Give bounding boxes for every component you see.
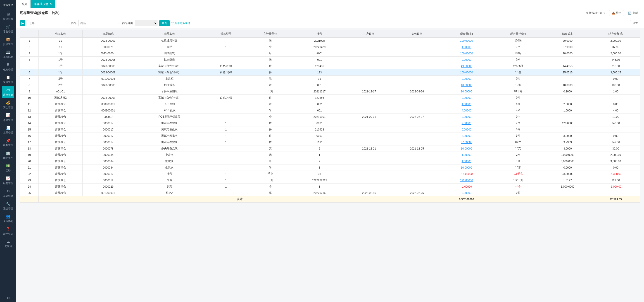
qty-link[interactable]: 4.00000: [462, 103, 472, 106]
qty-link[interactable]: 0.00000: [462, 96, 472, 99]
sidebar-search[interactable]: 搜索菜单: [0, 2, 16, 9]
sidebar-item-ops[interactable]: 📈经营管理: [2, 174, 14, 187]
sidebar-label-tax: 税务管理: [3, 144, 13, 146]
cell-9[interactable]: 0.00000: [441, 76, 492, 82]
table-row: 15蔷薇粮仓0000017测试电卷批次1件2104230.000000件: [20, 126, 640, 133]
product-filter[interactable]: [78, 20, 116, 26]
sidebar-item-purchase[interactable]: 📋采购管理: [2, 73, 14, 86]
table-row: 2110000029旗距1个202204291.000001个37.950037…: [20, 44, 640, 50]
qty-link[interactable]: 122.00000: [460, 179, 473, 182]
cell-9[interactable]: -16.00000: [441, 171, 492, 177]
sidebar-item-ecom[interactable]: 🖥电商管理: [2, 61, 14, 73]
qty-link[interactable]: 87.00000: [461, 141, 472, 144]
cell-12: 847.06: [591, 139, 640, 145]
qty-link[interactable]: 0.00000: [462, 77, 472, 80]
qty-link[interactable]: 10.00000: [461, 90, 472, 93]
qty-link[interactable]: -1.00000: [461, 185, 472, 188]
sidebar-item-invoice[interactable]: 🧾发票管理: [2, 124, 14, 136]
cell-7: [345, 57, 393, 63]
expand-conditions-button[interactable]: ▽ 展开更多条件: [172, 21, 190, 25]
sidebar-item-retail[interactable]: 🛒零售管理: [2, 23, 14, 35]
qty-link[interactable]: 0.00000: [462, 58, 472, 61]
qty-link[interactable]: -16.00000: [460, 172, 472, 176]
qty-link[interactable]: 0.00000: [462, 191, 472, 195]
cell-0: 22: [20, 171, 39, 177]
category-filter[interactable]: [135, 20, 158, 26]
cell-9[interactable]: 2.00000: [441, 120, 492, 126]
cell-9[interactable]: 3.00000: [441, 133, 492, 139]
qty-link[interactable]: 1.00000: [462, 160, 472, 163]
cell-9[interactable]: 0.00000: [441, 190, 492, 196]
qty-link[interactable]: 100.00000: [460, 71, 473, 74]
tab-home[interactable]: 首页: [18, 0, 30, 8]
sidebar-item-payroll[interactable]: 💵工资: [2, 162, 14, 174]
qty-link[interactable]: 3.00000: [462, 134, 472, 137]
sidebar-item-inventory[interactable]: 🗃库存核算: [2, 86, 14, 99]
cell-9[interactable]: 100.00000: [441, 50, 492, 57]
cell-9[interactable]: 0.00000: [441, 114, 492, 120]
sidebar-item-system[interactable]: 🔧系统管理: [2, 200, 14, 212]
cell-9[interactable]: 1.00000: [441, 158, 492, 165]
warehouse-filter[interactable]: [27, 20, 65, 26]
sidebar-item-tax[interactable]: 📌税务管理: [2, 136, 14, 149]
qty-link[interactable]: 4.00000: [462, 109, 472, 112]
cell-6: 123456: [294, 63, 345, 69]
sidebar-item-general[interactable]: 📊总账管理: [2, 111, 14, 124]
table-settings-button[interactable]: 设置: [630, 20, 640, 26]
cell-4: [205, 101, 247, 107]
qty-link[interactable]: 10.00000: [461, 84, 472, 87]
sidebar-item-collab[interactable]: 👥企业协同: [2, 212, 14, 225]
sidebar-item-wholesale[interactable]: 📦批发管理: [2, 35, 14, 48]
qty-link[interactable]: 10.00000: [461, 147, 472, 150]
qty-link[interactable]: 2.00000: [462, 122, 472, 125]
cell-9[interactable]: 100.00000: [441, 69, 492, 76]
sidebar-settings-icon[interactable]: ⚙: [0, 294, 16, 302]
cell-9[interactable]: 1.00000: [441, 44, 492, 50]
cell-0: 10: [20, 95, 39, 101]
tab-close-inventory-batch[interactable]: ✕: [50, 3, 52, 6]
cell-7: 2021-12-21: [345, 145, 393, 152]
cell-9[interactable]: 10.00000: [441, 145, 492, 152]
qty-link[interactable]: 100.00000: [460, 52, 473, 55]
cell-9[interactable]: 10.00000: [441, 82, 492, 88]
refresh-button[interactable]: 🔄 刷新: [626, 10, 640, 16]
table-row: 31号0023-0000...测试批次斤A001100.00000100斤20.…: [20, 50, 640, 57]
qty-link[interactable]: 49.60000: [461, 65, 472, 68]
sidebar-item-newbie[interactable]: ❓新手引导: [2, 225, 14, 237]
cell-9[interactable]: 100.00000: [441, 38, 492, 44]
cell-3: 富诚（白色/均棉）: [134, 95, 205, 101]
cell-9[interactable]: 0.00000: [441, 95, 492, 101]
cell-9[interactable]: 10.00000: [441, 165, 492, 171]
sidebar-icon-general: 📊: [3, 113, 13, 118]
qty-link[interactable]: 10.00000: [461, 166, 472, 169]
column-header-7: 生产日期: [345, 30, 393, 38]
qty-link[interactable]: 1.00000: [462, 153, 472, 157]
sidebar-item-assets[interactable]: 💰资金管理: [2, 98, 14, 111]
sidebar-item-fixed-assets[interactable]: 🏢固定资产: [2, 149, 14, 162]
qty-link[interactable]: 1.00000: [462, 46, 472, 49]
qty-link[interactable]: 0.00000: [462, 128, 472, 131]
cell-9[interactable]: 4.00000: [441, 101, 492, 107]
tab-inventory-batch[interactable]: 库存批次盘✕: [30, 0, 55, 8]
sidebar-item-cloud[interactable]: ☁云应用: [2, 237, 14, 250]
cell-9[interactable]: 49.60000: [441, 63, 492, 69]
cell-9[interactable]: 1.00000: [441, 152, 492, 158]
table-row: 21蔷薇粮仓0000084批次次米310.0000010米0.00000.00: [20, 165, 640, 171]
export-button[interactable]: 📤 导出: [609, 10, 624, 16]
filter-toggle-button[interactable]: ▶: [20, 20, 25, 26]
sidebar-item-quick-nav[interactable]: ⊞快捷导航: [2, 10, 14, 23]
qty-link[interactable]: 0.00000: [462, 115, 472, 118]
cell-9[interactable]: 0.00000: [441, 126, 492, 133]
cell-9[interactable]: 87.00000: [441, 139, 492, 145]
print-button[interactable]: 🖨 按模板打印 ▾: [583, 10, 607, 16]
qty-link[interactable]: 100.00000: [460, 39, 473, 42]
cell-6: 20220429: [294, 44, 345, 50]
cell-9[interactable]: 4.00000: [441, 107, 492, 114]
cell-9[interactable]: 10.00000: [441, 88, 492, 95]
sidebar-item-basic[interactable]: ⚙基础信息: [2, 187, 14, 200]
search-button[interactable]: 查询: [159, 20, 170, 26]
cell-9[interactable]: 0.00000: [441, 57, 492, 63]
cell-9[interactable]: 122.00000: [441, 177, 492, 184]
sidebar-item-mini-ecom[interactable]: 💻小额电商: [2, 48, 14, 61]
cell-9[interactable]: -1.00000: [441, 184, 492, 190]
